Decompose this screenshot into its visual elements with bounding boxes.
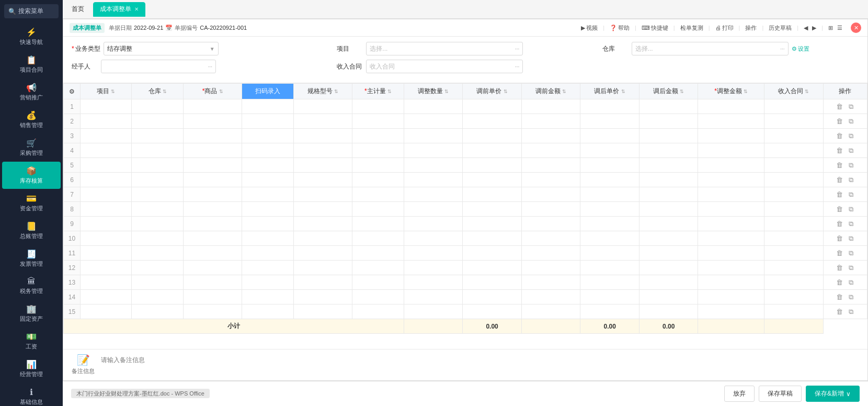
cell-warehouse-row5[interactable] [132, 158, 183, 173]
cell-qty-row13[interactable] [404, 275, 463, 290]
cell-warehouse-row4[interactable] [132, 143, 183, 158]
cell-before_price-row9[interactable] [463, 217, 522, 231]
cell-warehouse-row7[interactable] [132, 187, 183, 202]
delete-icon-row5[interactable]: 🗑 [835, 161, 844, 170]
tab-home[interactable]: 首页 [65, 2, 91, 17]
cell-scan-row8[interactable] [242, 202, 293, 217]
cell-after_price-row10[interactable] [580, 231, 639, 246]
cell-qty-row3[interactable] [404, 129, 463, 143]
cell-unit-row1[interactable] [352, 99, 404, 114]
cell-income_contract-row14[interactable] [764, 290, 824, 304]
cell-adj_amount-row1[interactable] [698, 99, 764, 114]
cell-product-row6[interactable] [183, 173, 242, 187]
sort-icon-after_price[interactable]: ⇅ [621, 89, 625, 94]
cell-product-row15[interactable] [183, 304, 242, 319]
list-view-btn[interactable]: ☰ [837, 25, 842, 31]
cell-before_price-row4[interactable] [463, 143, 522, 158]
cell-after_amount-row2[interactable] [639, 114, 698, 129]
cell-scan-row3[interactable] [242, 129, 293, 143]
sort-icon-qty[interactable]: ⇅ [444, 89, 449, 94]
table-scroll[interactable]: ⚙项目 ⇅仓库 ⇅*商品 ⇅扫码录入规格型号 ⇅*主计量 ⇅调整数量 ⇅调前单价… [63, 83, 867, 349]
cell-scan-row12[interactable] [242, 261, 293, 275]
cell-project-row7[interactable] [81, 187, 132, 202]
cell-project-row13[interactable] [81, 275, 132, 290]
cell-project-row6[interactable] [81, 173, 132, 187]
cell-after_price-row14[interactable] [580, 290, 639, 304]
cell-after_price-row4[interactable] [580, 143, 639, 158]
view-btn[interactable]: ▶ 视频 [581, 24, 598, 32]
cell-before_amount-row14[interactable] [521, 290, 580, 304]
copy-icon-row6[interactable]: ⧉ [846, 175, 855, 185]
cell-after_price-row12[interactable] [580, 261, 639, 275]
cell-income_contract-row8[interactable] [764, 202, 824, 217]
sidebar-item-ledger-mgmt[interactable]: 📒总账管理 [2, 217, 61, 244]
cell-product-row10[interactable] [183, 231, 242, 246]
sidebar-item-sales-promo[interactable]: 📢营销推广 [2, 78, 61, 106]
delete-icon-row3[interactable]: 🗑 [835, 131, 844, 141]
cell-after_amount-row1[interactable] [639, 99, 698, 114]
cell-before_amount-row3[interactable] [521, 129, 580, 143]
cell-warehouse-row10[interactable] [132, 231, 183, 246]
cell-spec-row11[interactable] [293, 246, 352, 261]
cell-adj_amount-row15[interactable] [698, 304, 764, 319]
cell-scan-row14[interactable] [242, 290, 293, 304]
cell-before_amount-row5[interactable] [521, 158, 580, 173]
cell-after_amount-row4[interactable] [639, 143, 698, 158]
sort-icon-after_amount[interactable]: ⇅ [680, 89, 684, 94]
cell-before_price-row12[interactable] [463, 261, 522, 275]
cell-income_contract-row13[interactable] [764, 275, 824, 290]
cell-qty-row6[interactable] [404, 173, 463, 187]
project-more-icon[interactable]: ··· [515, 46, 519, 52]
sidebar-item-ops-mgmt[interactable]: 📊经营管理 [2, 355, 61, 382]
cell-spec-row5[interactable] [293, 158, 352, 173]
cell-warehouse-row2[interactable] [132, 114, 183, 129]
sidebar-item-basic-info[interactable]: ℹ基础信息 [2, 383, 61, 406]
sort-icon-before_amount[interactable]: ⇅ [562, 89, 566, 94]
sort-icon-project[interactable]: ⇅ [111, 89, 115, 94]
cell-qty-row1[interactable] [404, 99, 463, 114]
settings-btn[interactable]: ⚙ 设置 [792, 45, 809, 53]
cell-income_contract-row5[interactable] [764, 158, 824, 173]
sort-icon-warehouse[interactable]: ⇅ [163, 89, 167, 94]
agent-more-icon[interactable]: ··· [208, 64, 212, 70]
cell-product-row3[interactable] [183, 129, 242, 143]
cell-adj_amount-row10[interactable] [698, 231, 764, 246]
cell-qty-row4[interactable] [404, 143, 463, 158]
cell-after_price-row9[interactable] [580, 217, 639, 231]
cell-adj_amount-row14[interactable] [698, 290, 764, 304]
cell-product-row2[interactable] [183, 114, 242, 129]
cell-product-row9[interactable] [183, 217, 242, 231]
cell-unit-row8[interactable] [352, 202, 404, 217]
cell-spec-row6[interactable] [293, 173, 352, 187]
cell-spec-row7[interactable] [293, 187, 352, 202]
sort-icon-unit[interactable]: ⇅ [387, 89, 392, 94]
cell-before_amount-row12[interactable] [521, 261, 580, 275]
delete-icon-row9[interactable]: 🗑 [835, 219, 844, 229]
cell-product-row5[interactable] [183, 158, 242, 173]
cell-project-row15[interactable] [81, 304, 132, 319]
cell-project-row14[interactable] [81, 290, 132, 304]
cell-after_amount-row15[interactable] [639, 304, 698, 319]
cell-after_amount-row6[interactable] [639, 173, 698, 187]
shortcut-btn[interactable]: ⌨ 快捷键 [642, 24, 668, 32]
cell-qty-row9[interactable] [404, 217, 463, 231]
income-contract-input[interactable]: 收入合同 ··· [366, 60, 523, 73]
delete-icon-row14[interactable]: 🗑 [835, 292, 844, 302]
cell-before_price-row6[interactable] [463, 173, 522, 187]
cell-after_price-row11[interactable] [580, 246, 639, 261]
cell-adj_amount-row4[interactable] [698, 143, 764, 158]
sidebar-item-payroll[interactable]: 💵工资 [2, 328, 61, 355]
cell-scan-row11[interactable] [242, 246, 293, 261]
cell-spec-row1[interactable] [293, 99, 352, 114]
delete-icon-row4[interactable]: 🗑 [835, 146, 844, 155]
cell-before_price-row3[interactable] [463, 129, 522, 143]
cell-after_price-row15[interactable] [580, 304, 639, 319]
cell-before_price-row14[interactable] [463, 290, 522, 304]
cell-before_amount-row15[interactable] [521, 304, 580, 319]
remarks-input[interactable] [99, 354, 859, 373]
cell-adj_amount-row12[interactable] [698, 261, 764, 275]
cell-unit-row11[interactable] [352, 246, 404, 261]
delete-icon-row15[interactable]: 🗑 [835, 307, 844, 317]
cell-project-row11[interactable] [81, 246, 132, 261]
nav-next[interactable]: ▶ [812, 25, 816, 31]
